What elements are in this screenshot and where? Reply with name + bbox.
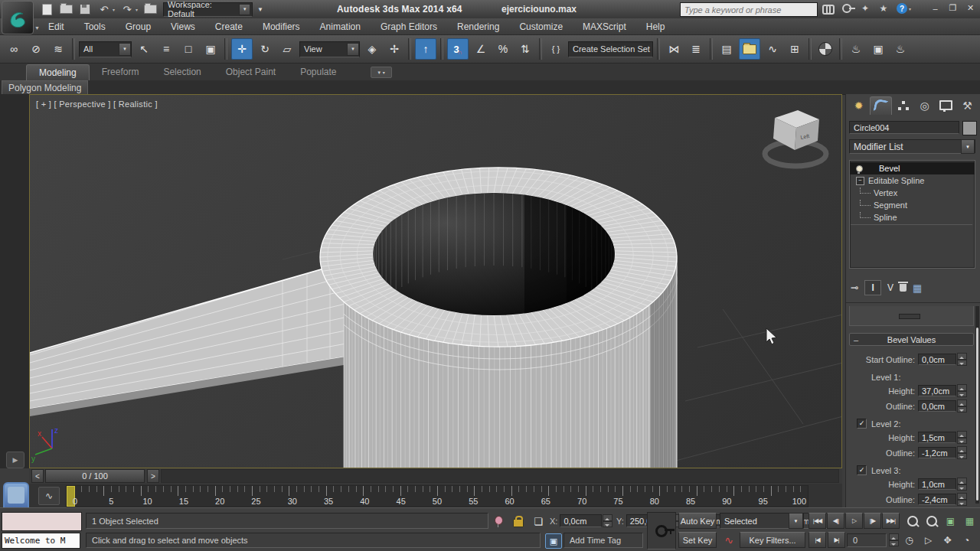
use-pivot-point-center-button[interactable]: ◈ [362,39,382,59]
timeline-ruler[interactable]: 0510152025303540455055606570758085909510… [66,485,808,507]
modify-tab[interactable] [870,96,892,115]
named-selection-sets-dropdown[interactable]: Create Selection Set ▼ [568,41,653,57]
ribbon-tab[interactable]: Selection [151,64,213,80]
maxscript-mini-listener-macro[interactable] [2,512,82,531]
minimize-button[interactable]: – [927,2,943,15]
unlink-selection-button[interactable]: ⊘ [26,39,46,59]
favorites-button[interactable]: ★ [876,2,891,15]
spinner-snap-toggle-button[interactable]: ⇅ [515,39,535,59]
menu-item[interactable]: Group [116,18,161,35]
modifier-stack-row[interactable]: − Segment [850,199,975,211]
outline-field[interactable]: -2,4cm [918,494,956,505]
spinner-down-icon[interactable] [957,484,967,491]
ribbon-tab[interactable]: Freeform [90,64,152,80]
time-slider-track[interactable] [161,469,839,483]
select-object-button[interactable]: ↖ [134,39,154,59]
reference-coordinate-system-dropdown[interactable]: View ▼ [299,41,360,57]
current-frame-field[interactable]: 0 [847,533,887,547]
help-flyout-icon[interactable]: ▾ [909,6,911,11]
time-slider-handle[interactable]: 0 / 100 [45,469,145,483]
modifier-stack-row[interactable]: − Vertex [850,187,975,199]
add-time-tag-field[interactable]: Add Time Tag [564,533,643,548]
menu-item[interactable]: Customize [509,18,573,35]
menu-item[interactable]: Help [636,18,675,35]
menu-item[interactable]: Create [205,18,253,35]
ribbon-tab[interactable]: Modeling [26,64,90,80]
align-button[interactable]: ≣ [686,39,706,59]
select-and-move-button[interactable]: ✛ [231,38,253,60]
show-end-result-button[interactable]: I [864,280,881,295]
project-toolbar-button[interactable] [143,3,157,15]
spinner-up-icon[interactable] [957,384,967,391]
height-field[interactable]: 1,5cm [918,432,956,443]
bind-to-space-warp-button[interactable]: ≋ [48,39,68,59]
redo-button[interactable]: ↷ [120,3,134,15]
spinner-down-icon[interactable] [957,360,967,367]
viewport-label[interactable]: [ + ] [ Perspective ] [ Realistic ] [36,99,158,109]
time-configuration-button[interactable]: ◷ [900,532,918,548]
new-file-button[interactable] [40,3,54,15]
spinner-down-icon[interactable] [957,391,967,398]
key-filters-button[interactable]: Key Filters... [740,532,805,548]
menu-item[interactable]: Rendering [447,18,509,35]
menu-item[interactable]: Views [161,18,205,35]
create-tab[interactable]: ✹ [848,96,869,114]
scrollbar-handle[interactable] [976,328,978,500]
logo-flyout-icon[interactable]: ▼ [34,25,40,31]
maximize-viewport-toggle[interactable]: ◱ [977,532,980,548]
panel-scrollbar[interactable] [975,306,979,504]
material-editor-button[interactable] [815,39,835,59]
zoom-button[interactable] [903,513,921,529]
level-checkbox[interactable]: ✓ [857,465,867,475]
remove-modifier-button[interactable] [900,284,906,292]
coord-system-arrow-icon[interactable]: ▼ [347,43,359,56]
ribbon-tab[interactable]: Object Paint [214,64,288,80]
mirror-button[interactable]: ⋈ [664,39,684,59]
spinner-up-icon[interactable] [889,533,899,540]
spinner-down-icon[interactable] [957,500,967,507]
zoom-extents-button[interactable]: ▣ [942,513,959,529]
perspective-viewport[interactable]: [ + ] [ Perspective ] [ Realistic ] Left… [29,94,842,468]
spinner-down-icon[interactable] [957,453,967,460]
modifier-stack-row[interactable]: − Editable Spline [850,174,975,187]
level-checkbox[interactable]: ✓ [857,419,867,429]
go-to-start-button[interactable]: |◀◀ [808,513,826,529]
workspace-flyout-icon[interactable]: ▼ [257,6,263,13]
motion-tab[interactable]: ◎ [914,96,935,114]
angle-snap-toggle-button[interactable]: ∠ [471,39,491,59]
utilities-tab[interactable]: ⚒ [957,96,978,114]
restore-button[interactable]: ❐ [945,2,961,15]
menu-item[interactable]: Modifiers [253,18,310,35]
next-key-button[interactable]: ▶| [828,532,845,548]
rectangular-selection-region-button[interactable]: □ [178,39,198,59]
modifier-list-dropdown[interactable]: Modifier List ▼ [849,139,975,154]
previous-frame-button[interactable]: < [31,469,44,483]
snaps-toggle-button[interactable]: 3∩ [447,38,469,60]
selection-lock-toggle[interactable] [513,519,524,527]
rendered-frame-window-button[interactable]: ▣ [868,39,888,59]
next-frame-playback-button[interactable]: ||▶ [864,513,881,529]
modifier-stack-row[interactable]: − Spline [850,211,975,223]
edit-named-selection-sets-button[interactable]: { } [546,39,566,59]
modifier-enable-bulb-icon[interactable] [856,165,863,172]
height-field[interactable]: 37,0cm [918,385,956,396]
close-button[interactable]: ✕ [962,2,978,15]
render-production-button[interactable]: ♨ [890,39,910,59]
select-by-name-button[interactable]: ≡ [156,39,176,59]
height-field[interactable]: 1,0cm [918,478,956,490]
render-setup-button[interactable]: ♨ [846,39,866,59]
set-keys-button[interactable] [647,512,676,549]
search-input[interactable] [681,5,817,15]
rollout-collapse-icon[interactable]: – [850,335,862,344]
default-in-out-tangents-icon[interactable]: ∿ [720,532,737,548]
search-box[interactable] [680,2,818,17]
sign-in-button[interactable] [839,2,854,15]
expand-collapse-icon[interactable]: − [856,177,864,185]
next-frame-button[interactable]: > [147,469,159,483]
menu-item[interactable]: Tools [74,18,116,35]
scene-explorer-toggle-button[interactable] [739,38,760,60]
x-field[interactable]: 0,0cm [560,514,602,527]
play-button[interactable]: ▷ [845,513,863,529]
select-and-link-button[interactable]: ∞ [4,39,24,59]
time-tag-icon[interactable]: ▣ [545,533,562,549]
